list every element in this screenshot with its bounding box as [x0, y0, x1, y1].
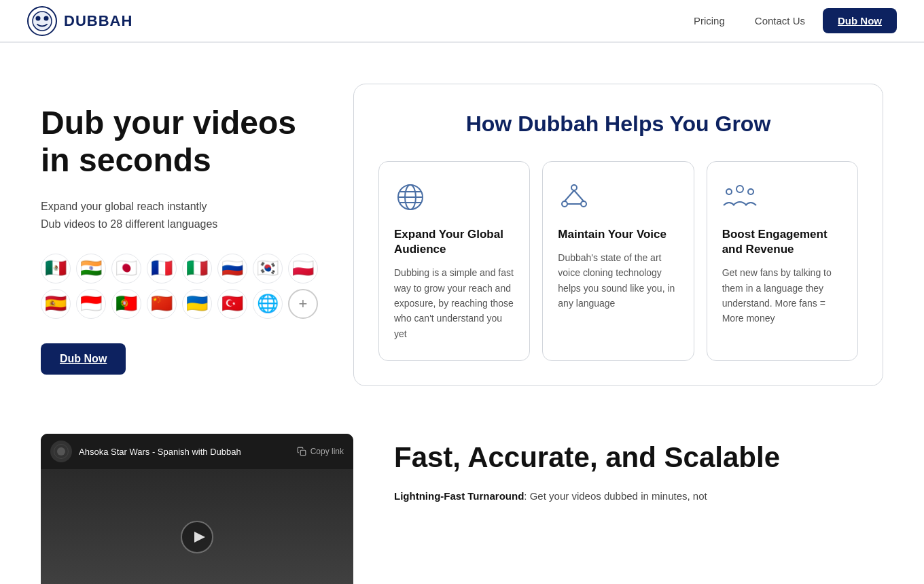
bottom-desc: Lightning-Fast Turnaround: Get your vide…: [394, 487, 883, 505]
svg-point-16: [726, 189, 732, 194]
svg-line-12: [565, 190, 574, 201]
flag-turkey: 🇹🇷: [217, 289, 247, 319]
flag-italy: 🇮🇹: [182, 254, 212, 284]
feature-card-1: Maintain Your Voice Dubbah's state of th…: [542, 161, 694, 361]
svg-point-17: [748, 189, 753, 194]
flag-india: 🇮🇳: [76, 254, 106, 284]
bottom-title: Fast, Accurate, and Scalable: [394, 441, 883, 475]
feature-card-2: Boost Engagement and Revenue Get new fan…: [707, 161, 858, 361]
play-icon: [181, 521, 213, 553]
svg-point-1: [33, 12, 52, 31]
video-thumbnail[interactable]: [41, 469, 353, 584]
svg-point-11: [581, 201, 586, 207]
copy-icon: [297, 447, 306, 456]
dubbah-logo-icon: [27, 6, 57, 36]
nav-links: Pricing Contact Us Dub Now: [681, 8, 897, 33]
hero-section: Dub your videos in seconds Expand your g…: [0, 43, 924, 413]
flag-china: 🇨🇳: [147, 289, 177, 319]
flag-ukraine: 🇺🇦: [182, 289, 212, 319]
card-icon-0: [394, 181, 429, 216]
card-heading-2: Boost Engagement and Revenue: [722, 227, 842, 257]
hero-subtitle-line1: Expand your global reach instantly: [41, 198, 326, 216]
flag-portugal: 🇵🇹: [111, 289, 141, 319]
card-desc-1: Dubbah's state of the art voice cloning …: [558, 250, 678, 311]
flag-south-korea: 🇰🇷: [253, 254, 283, 284]
cards-title-plain: How Dubbah: [466, 111, 605, 136]
video-avatar: [50, 441, 72, 462]
flag-mexico: 🇲🇽: [41, 254, 71, 284]
card-heading-1: Maintain Your Voice: [558, 227, 678, 242]
cards-row: Expand Your Global Audience Dubbing is a…: [378, 161, 858, 361]
svg-point-9: [571, 185, 577, 190]
video-mockup: Ahsoka Star Wars - Spanish with Dubbah C…: [41, 434, 353, 584]
hero-left: Dub your videos in seconds Expand your g…: [41, 84, 326, 375]
feature-card-0: Expand Your Global Audience Dubbing is a…: [378, 161, 530, 361]
flag-poland: 🇵🇱: [288, 254, 318, 284]
video-header: Ahsoka Star Wars - Spanish with Dubbah C…: [41, 434, 353, 469]
video-title-area: Ahsoka Star Wars - Spanish with Dubbah: [50, 441, 241, 462]
flag-japan: 🇯🇵: [111, 254, 141, 284]
flag-more-button[interactable]: +: [288, 289, 318, 319]
logo-area: DUBBAH: [27, 6, 132, 36]
flags-grid: 🇲🇽🇮🇳🇯🇵🇫🇷🇮🇹🇷🇺🇰🇷🇵🇱🇪🇸🇮🇩🇵🇹🇨🇳🇺🇦🇹🇷🌐+: [41, 254, 326, 319]
copy-label: Copy link: [310, 447, 344, 456]
svg-point-10: [562, 201, 567, 207]
cards-panel-title: How Dubbah Helps You Grow: [378, 111, 858, 137]
cards-panel: How Dubbah Helps You Grow Expand Your Gl…: [353, 84, 883, 386]
card-desc-0: Dubbing is a simple and fast way to grow…: [394, 265, 514, 341]
hero-title: Dub your videos in seconds: [41, 104, 326, 179]
hero-subtitle: Expand your global reach instantly Dub v…: [41, 198, 326, 233]
bottom-desc-bold: Lightning-Fast Turnaround: [394, 490, 524, 502]
card-icon-1: [558, 181, 593, 216]
hero-subtitle-line2: Dub videos to 28 different languages: [41, 216, 326, 233]
pricing-link[interactable]: Pricing: [681, 10, 737, 32]
flag-spain: 🇪🇸: [41, 289, 71, 319]
navbar: DUBBAH Pricing Contact Us Dub Now: [0, 0, 924, 42]
svg-point-15: [736, 186, 743, 192]
bottom-desc-rest: : Get your videos dubbed in minutes, not: [524, 490, 707, 502]
svg-point-3: [44, 16, 49, 20]
svg-line-13: [574, 190, 584, 201]
cards-title-bold: Helps You Grow: [605, 111, 770, 136]
flag-other: 🌐: [253, 289, 283, 319]
video-container: Ahsoka Star Wars - Spanish with Dubbah C…: [41, 434, 353, 584]
card-heading-0: Expand Your Global Audience: [394, 227, 514, 257]
svg-rect-20: [300, 450, 306, 456]
video-copy-area[interactable]: Copy link: [297, 447, 344, 456]
card-desc-2: Get new fans by talking to them in a lan…: [722, 265, 842, 326]
card-icon-2: [722, 181, 758, 216]
video-title-text: Ahsoka Star Wars - Spanish with Dubbah: [79, 447, 241, 457]
svg-point-19: [57, 447, 65, 456]
dub-now-hero-button[interactable]: Dub Now: [41, 343, 126, 375]
svg-point-2: [36, 16, 41, 20]
flag-france: 🇫🇷: [147, 254, 177, 284]
flag-russia: 🇷🇺: [217, 254, 247, 284]
right-content: Fast, Accurate, and Scalable Lightning-F…: [394, 434, 883, 584]
flag-indonesia: 🇮🇩: [76, 289, 106, 319]
contact-link[interactable]: Contact Us: [743, 10, 817, 32]
brand-name: DUBBAH: [64, 12, 132, 30]
bottom-section: Ahsoka Star Wars - Spanish with Dubbah C…: [0, 413, 924, 584]
dub-now-nav-button[interactable]: Dub Now: [823, 8, 897, 33]
